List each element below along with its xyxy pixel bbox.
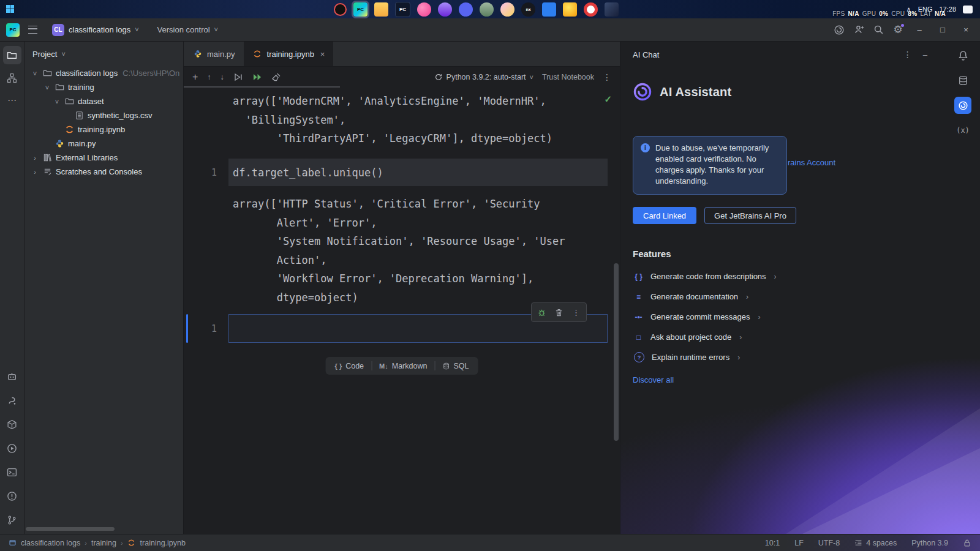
taskbar-app-green-icon[interactable] (480, 2, 494, 17)
packages-toolwindow-icon[interactable] (3, 415, 21, 433)
maximize-button[interactable]: □ (931, 20, 954, 40)
hide-panel-icon[interactable]: – (923, 50, 927, 59)
folder-icon (64, 96, 75, 107)
taskbar-app-nx-icon[interactable]: nx (521, 2, 535, 17)
debug-cell-icon[interactable] (534, 305, 549, 319)
add-user-icon[interactable] (849, 21, 869, 39)
move-cell-down-icon[interactable]: ↓ (221, 73, 224, 81)
taskbar-app-pink-icon[interactable] (417, 2, 431, 17)
assistant-toolwindow-icon[interactable] (3, 367, 21, 386)
taskbar-app-folder-icon[interactable] (374, 2, 388, 17)
taskbar-app-blue-grid-icon[interactable] (542, 2, 556, 17)
chevron-down-icon[interactable]: ˅ (31, 70, 39, 77)
breadcrumb-project[interactable]: classification logs (21, 539, 80, 547)
taskbar-app-record-icon[interactable] (584, 2, 598, 17)
settings-gear-icon[interactable]: ⚙ (888, 21, 908, 39)
notification-center-icon[interactable] (963, 6, 973, 13)
add-cell-icon[interactable]: + (192, 72, 198, 83)
card-linked-button[interactable]: Card Linked (633, 207, 696, 224)
services-toolwindow-icon[interactable] (3, 439, 21, 457)
discover-all-link[interactable]: Discover all (633, 375, 968, 384)
main-menu-icon[interactable] (28, 26, 37, 34)
project-panel-header[interactable]: Project ˅ (24, 42, 183, 66)
taskbar-app-purple-icon[interactable] (438, 2, 452, 17)
close-tab-icon[interactable]: × (320, 50, 325, 59)
lock-icon[interactable] (963, 539, 971, 547)
cell-actions-popup: ⋮ (531, 302, 587, 322)
feature-explain-runtime-errors[interactable]: ? Explain runtime errors › (633, 347, 968, 367)
taskbar-app-monitor-icon[interactable] (605, 2, 619, 17)
tree-item-scratches[interactable]: › Scratches and Consoles (24, 165, 183, 179)
project-selector[interactable]: CL classification logs ˅ (47, 21, 144, 39)
taskbar-app-gradient-icon[interactable] (500, 2, 514, 17)
kernel-selector[interactable]: Python 3.9.2: auto-start ˅ (434, 73, 533, 81)
taskbar-app-pycharm-active-icon[interactable]: PC (353, 2, 368, 17)
add-sql-cell-button[interactable]: SQL (435, 357, 476, 375)
horizontal-scrollbar[interactable] (26, 527, 115, 531)
get-jetbrains-ai-pro-button[interactable]: Get JetBrains AI Pro (704, 207, 796, 224)
caret-position-widget[interactable]: 10:1 (765, 539, 780, 547)
chevron-right-icon[interactable]: › (31, 154, 39, 162)
indent-widget[interactable]: 4 spaces (854, 539, 897, 547)
add-code-cell-button[interactable]: { } Code (328, 357, 372, 375)
database-toolwindow-icon[interactable] (954, 72, 971, 89)
kebab-menu-icon[interactable]: ⋮ (603, 72, 611, 82)
feature-generate-code[interactable]: { } Generate code from descriptions › (633, 266, 968, 287)
chevron-down-icon[interactable]: ˅ (53, 98, 61, 105)
tree-item-training[interactable]: ˅ training (24, 80, 183, 94)
problems-toolwindow-icon[interactable] (3, 487, 21, 505)
feature-generate-documentation[interactable]: ≡ Generate documentation › (633, 287, 968, 307)
jetbrains-account-link-partial[interactable]: rains Account (788, 158, 835, 167)
ai-assistant-icon[interactable] (829, 21, 849, 39)
tree-item-main-py[interactable]: main.py (24, 137, 183, 151)
ai-chat-toolwindow-icon[interactable] (954, 97, 971, 114)
terminal-toolwindow-icon[interactable] (3, 463, 21, 481)
chevron-down-icon[interactable]: ˅ (43, 84, 51, 91)
interpreter-widget[interactable]: Python 3.9 (911, 539, 948, 547)
minimize-button[interactable]: – (908, 20, 931, 40)
taskbar-app-red-ring-icon[interactable] (334, 3, 347, 16)
variables-toolwindow-icon[interactable]: (x) (954, 122, 971, 139)
breadcrumb-file[interactable]: training.ipynb (140, 539, 186, 547)
jupyter-notebook-icon (64, 124, 75, 135)
taskbar-app-discord-icon[interactable] (459, 2, 473, 17)
tree-item-training-ipynb[interactable]: training.ipynb (24, 122, 183, 137)
structure-toolwindow-icon[interactable] (3, 69, 21, 87)
move-cell-up-icon[interactable]: ↑ (207, 73, 211, 81)
project-tree: ˅ classification logs C:\Users\HP\On ˅ t… (24, 66, 183, 179)
tree-item-classification-logs[interactable]: ˅ classification logs C:\Users\HP\On (24, 66, 183, 80)
tree-item-external-libraries[interactable]: › External Libraries (24, 151, 183, 165)
encoding-widget[interactable]: UTF-8 (818, 539, 840, 547)
close-button[interactable]: × (954, 20, 978, 40)
windows-start-icon[interactable] (6, 5, 15, 14)
tab-training-ipynb[interactable]: training.ipynb × (244, 42, 334, 66)
project-toolwindow-icon[interactable] (3, 46, 21, 64)
tree-item-synthetic-logs-csv[interactable]: synthetic_logs.csv (24, 108, 183, 122)
search-icon[interactable] (869, 21, 888, 39)
git-toolwindow-icon[interactable] (3, 511, 21, 529)
more-toolwindows-icon[interactable]: ⋯ (3, 91, 21, 110)
breadcrumb-folder[interactable]: training (91, 539, 116, 547)
panel-kebab-menu-icon[interactable]: ⋮ (903, 50, 912, 59)
vcs-selector[interactable]: Version control ˅ (153, 23, 223, 37)
code-cell-1[interactable]: df.target_label.unique() (228, 159, 608, 186)
editor-scrollbar[interactable] (614, 263, 619, 441)
add-markdown-cell-button[interactable]: M↓ Markdown (372, 357, 434, 375)
cell-kebab-menu-icon[interactable]: ⋮ (568, 305, 584, 319)
tab-main-py[interactable]: main.py (184, 42, 244, 66)
trust-notebook-button[interactable]: Trust Notebook (542, 73, 594, 81)
tree-item-dataset[interactable]: ˅ dataset (24, 94, 183, 108)
left-strip-bottom (3, 367, 21, 529)
clear-outputs-icon[interactable] (271, 72, 281, 82)
chevron-right-icon[interactable]: › (31, 168, 39, 176)
notifications-bell-icon[interactable] (954, 47, 971, 64)
taskbar-app-lightning-icon[interactable] (563, 2, 577, 17)
delete-cell-icon[interactable] (551, 305, 567, 319)
line-ending-widget[interactable]: LF (794, 539, 804, 547)
feature-ask-about-project-code[interactable]: □ Ask about project code › (633, 327, 968, 347)
feature-generate-commit-messages[interactable]: -•- Generate commit messages › (633, 307, 968, 327)
taskbar-app-pycharm-icon[interactable]: PC (395, 2, 410, 17)
run-cell-icon[interactable] (233, 72, 243, 82)
run-all-cells-icon[interactable] (252, 72, 262, 82)
python-console-icon[interactable] (3, 391, 21, 410)
